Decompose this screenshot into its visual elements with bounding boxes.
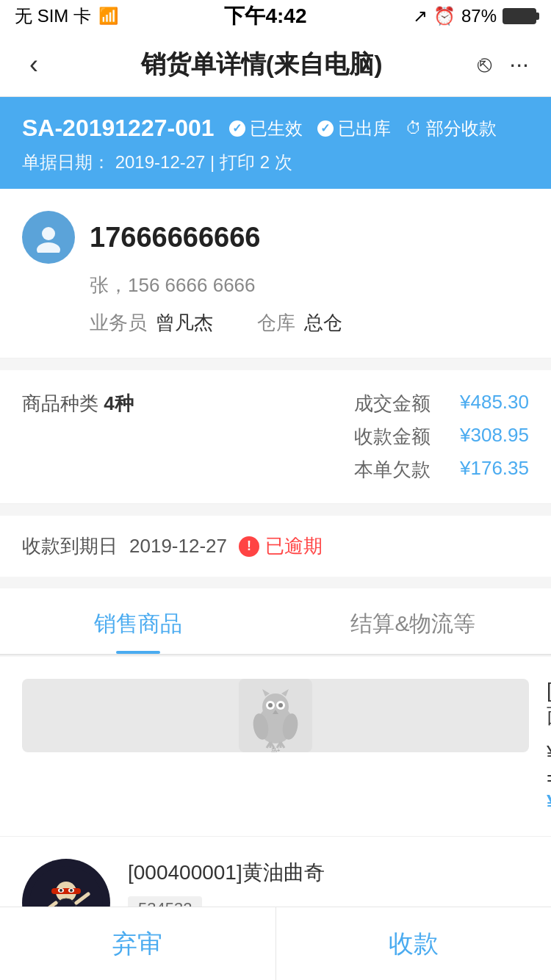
stats-right: 成交金额 ¥485.30 收款金额 ¥308.95 本单欠款 ¥176.35	[354, 391, 529, 483]
confirm-label: 收款	[389, 927, 439, 961]
stats-section: 商品种类 4种 成交金额 ¥485.30 收款金额 ¥308.95 本单欠款 ¥…	[0, 370, 551, 504]
warehouse-value: 总仓	[304, 310, 342, 336]
svg-point-27	[70, 889, 73, 892]
clock: 下午4:42	[224, 2, 306, 30]
warehouse: 仓库 总仓	[257, 310, 342, 336]
share-icon[interactable]: ⎋	[478, 51, 491, 78]
customer-name: 17666666666	[90, 222, 260, 253]
badge-effective-label: 已生效	[250, 117, 303, 140]
deal-row: 成交金额 ¥485.30	[354, 391, 529, 417]
category-label: 商品种类	[22, 392, 98, 414]
check-icon-1: ✓	[229, 120, 245, 137]
product-code-1: [0000002]	[547, 679, 551, 702]
warehouse-label: 仓库	[257, 310, 295, 336]
overdue-text: 已逾期	[265, 533, 323, 559]
collected-row: 收款金额 ¥308.95	[354, 424, 529, 450]
header-banner: SA-20191227-001 ✓ 已生效 ✓ 已出库 ⏱ 部分收款 单据日期：…	[0, 97, 551, 189]
nav-bar: ‹ 销货单详情(来自电脑) ⎋ ···	[0, 32, 551, 97]
customer-section: 17666666666 张，156 6666 6666 业务员 曾凡杰 仓库 总…	[0, 189, 551, 359]
deal-amount: ¥485.30	[460, 391, 529, 417]
product-thumb-1: 鸟+	[22, 679, 529, 752]
order-id: SA-20191227-001	[22, 115, 215, 142]
status-bar: 无 SIM 卡 📶 下午4:42 ↗ ⏰ 87%	[0, 0, 551, 32]
page-title: 销货单详情(来自电脑)	[141, 48, 383, 82]
collected-label: 收款金额	[354, 424, 431, 450]
tab-sales-label: 销售商品	[94, 611, 182, 635]
tabs-section: 销售商品 结算&物流等	[0, 588, 551, 655]
badge-effective: ✓ 已生效	[229, 117, 303, 140]
overdue-icon: !	[239, 536, 259, 557]
svg-text:鸟+: 鸟+	[271, 747, 281, 752]
stats-left: 商品种类 4种	[22, 391, 134, 417]
debt-label: 本单欠款	[354, 457, 431, 483]
debt-row: 本单欠款 ¥176.35	[354, 457, 529, 483]
unit-price-1: ¥40	[547, 741, 551, 764]
customer-info: 张，156 6666 6666	[22, 273, 529, 298]
more-icon[interactable]: ···	[509, 51, 529, 78]
badge-partial-label: 部分收款	[426, 117, 497, 140]
check-icon-2: ✓	[317, 120, 334, 137]
status-left: 无 SIM 卡 📶	[15, 4, 118, 28]
product-item: 鸟+ [0000002]面包 ¥40 x 5袋 = ¥199.99	[0, 657, 551, 837]
tab-settlement[interactable]: 结算&物流等	[276, 588, 551, 654]
avatar	[22, 211, 75, 264]
wifi-icon: 📶	[98, 7, 118, 26]
product-title-2: 黄油曲奇	[242, 861, 325, 884]
sales-label: 业务员	[90, 310, 147, 336]
location-icon: ↗	[413, 6, 428, 26]
product-info-1: [0000002]面包 ¥40 x 5袋 = ¥199.99	[547, 679, 551, 814]
category-value: 4种	[104, 392, 133, 414]
banner-top: SA-20191227-001 ✓ 已生效 ✓ 已出库 ⏱ 部分收款	[22, 115, 529, 142]
cancel-button[interactable]: 弃审	[0, 907, 276, 980]
battery-bar	[503, 8, 536, 24]
debt-amount: ¥176.35	[460, 457, 529, 483]
product-name-2: [000400001]黄油曲奇	[128, 859, 529, 887]
confirm-button[interactable]: 收款	[276, 907, 552, 980]
customer-top: 17666666666	[22, 211, 529, 264]
svg-point-0	[42, 227, 55, 240]
due-label: 收款到期日	[22, 533, 118, 559]
product-price-1: ¥40 x 5袋 = ¥199.99	[547, 739, 551, 814]
svg-point-8	[278, 703, 283, 707]
clock-icon: ⏱	[406, 119, 422, 138]
eq-1: =	[547, 767, 551, 790]
customer-meta: 业务员 曾凡杰 仓库 总仓	[22, 310, 529, 336]
svg-point-7	[268, 703, 273, 707]
badge-partial: ⏱ 部分收款	[406, 117, 497, 140]
svg-point-26	[60, 889, 62, 892]
sales-person: 业务员 曾凡杰	[90, 310, 213, 336]
product-name-1: [0000002]面包	[547, 679, 551, 730]
status-right: ↗ ⏰ 87%	[413, 6, 536, 26]
battery-label: 87%	[461, 6, 497, 26]
due-section: 收款到期日 2019-12-27 ! 已逾期	[0, 516, 551, 577]
product-code-2: [000400001]	[128, 861, 242, 884]
back-button[interactable]: ‹	[22, 42, 46, 87]
badge-shipped-label: 已出库	[338, 117, 391, 140]
cancel-label: 弃审	[112, 927, 162, 961]
tab-settlement-label: 结算&物流等	[350, 611, 475, 635]
bottom-bar: 弃审 收款	[0, 907, 551, 980]
print-info: | 打印 2 次	[210, 152, 292, 172]
collected-amount: ¥308.95	[460, 424, 529, 450]
sales-value: 曾凡杰	[156, 310, 213, 336]
avatar-icon	[33, 222, 64, 253]
deal-label: 成交金额	[354, 391, 431, 417]
order-date: 2019-12-27	[115, 152, 206, 172]
total-1: ¥199.99	[547, 790, 551, 813]
alarm-icon: ⏰	[433, 6, 455, 26]
category-count: 商品种类 4种	[22, 391, 134, 417]
svg-point-1	[37, 242, 60, 253]
tabs-row: 销售商品 结算&物流等	[0, 588, 551, 654]
product-image-1: 鸟+	[239, 679, 312, 752]
tab-sales-products[interactable]: 销售商品	[0, 588, 276, 654]
date-label: 单据日期：	[22, 152, 110, 172]
carrier-label: 无 SIM 卡	[15, 4, 91, 28]
overdue-badge: ! 已逾期	[239, 533, 323, 559]
banner-sub: 单据日期： 2019-12-27 | 打印 2 次	[22, 151, 529, 174]
due-date: 2019-12-27	[129, 535, 227, 558]
nav-actions: ⎋ ···	[478, 51, 529, 78]
badge-shipped: ✓ 已出库	[317, 117, 391, 140]
product-title-1: 面包	[547, 705, 551, 727]
svg-rect-23	[51, 888, 81, 894]
